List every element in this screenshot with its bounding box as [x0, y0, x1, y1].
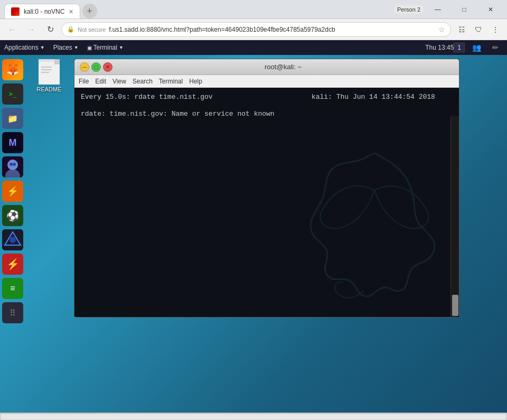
tab-favicon — [11, 7, 20, 16]
chrome-browser: kali:0 - noVNC × + Person 2 — □ ✕ ← → ↻ … — [0, 0, 507, 420]
shield-icon[interactable]: 🛡 — [471, 22, 486, 37]
clock: Thu 13:45 — [425, 44, 454, 51]
sidebar-item-messages[interactable]: ≡ — [2, 278, 23, 299]
terminal-menu-search[interactable]: Search — [133, 78, 153, 85]
terminal-arrow: ▼ — [119, 45, 124, 50]
tab-title: kali:0 - noVNC — [24, 8, 64, 15]
readme-desktop-icon[interactable]: README — [31, 59, 68, 92]
taskbar-menu: Applications ▼ Places ▼ ▣ Terminal ▼ — [4, 44, 425, 51]
terminal-icon-small: ▣ — [87, 45, 92, 51]
places-menu[interactable]: Places ▼ — [53, 44, 79, 51]
url-text: f.us1.sadd.io:8880/vnc.html?path=token=4… — [109, 26, 435, 33]
terminal-minimize-button[interactable]: ─ — [80, 62, 89, 72]
extensions-icon[interactable]: ☷ — [454, 22, 469, 37]
sidebar-item-firefox[interactable]: 🦊 — [2, 59, 23, 80]
svg-point-6 — [10, 237, 16, 243]
applications-label: Applications — [4, 44, 39, 51]
users-icon[interactable]: 👥 — [469, 40, 484, 55]
nav-bar: ← → ↻ 🔒 Not secure f.us1.sadd.io:8880/vn… — [0, 19, 507, 40]
terminal-titlebar: ─ □ × root@kali: ~ — [74, 59, 459, 75]
svg-point-3 — [13, 163, 16, 166]
sidebar-item-files[interactable]: 📁 — [2, 108, 23, 129]
tab-bar: kali:0 - noVNC × + — [4, 0, 390, 18]
sidebar-item-anime[interactable] — [2, 156, 23, 178]
sidebar-item-flash[interactable]: ⚡ — [2, 254, 23, 275]
terminal-menubar: File Edit View Search Terminal Help — [74, 75, 459, 88]
nav-icons: ☷ 🛡 ⋮ — [454, 22, 503, 37]
sidebar-item-globe[interactable]: ⚽ — [2, 205, 23, 226]
title-bar: kali:0 - noVNC × + Person 2 — □ ✕ — [0, 0, 507, 19]
applications-menu[interactable]: Applications ▼ — [4, 44, 45, 51]
not-secure-label: Not secure — [78, 26, 106, 33]
terminal-line-2: rdate: time.nist.gov: Name or service no… — [81, 109, 453, 119]
terminal-line-1: Every 15.0s: rdate time.nist.gov kali: T… — [81, 92, 453, 102]
sidebar-item-grid[interactable]: ⠿ — [2, 302, 23, 323]
terminal-menu-edit[interactable]: Edit — [95, 78, 106, 85]
terminal-menu[interactable]: ▣ Terminal ▼ — [87, 44, 124, 51]
terminal-maximize-button[interactable]: □ — [91, 62, 101, 72]
places-label: Places — [53, 44, 72, 51]
readme-icon-label: README — [36, 86, 61, 92]
bookmark-icon[interactable]: ☆ — [438, 25, 445, 34]
svg-rect-7 — [39, 59, 54, 85]
svg-rect-8 — [39, 59, 54, 62]
svg-point-0 — [7, 160, 18, 170]
terminal-close-button[interactable]: × — [103, 62, 112, 72]
terminal-menu-view[interactable]: View — [112, 78, 126, 85]
terminal-menu-file[interactable]: File — [79, 78, 89, 85]
reload-button[interactable]: ↻ — [42, 22, 58, 38]
terminal-body[interactable]: Every 15.0s: rdate time.nist.gov kali: T… — [74, 88, 459, 317]
terminal-menu-help[interactable]: Help — [189, 78, 202, 85]
workspace-badge[interactable]: 1 — [454, 43, 465, 52]
settings-icon[interactable]: ✏ — [488, 40, 503, 55]
maximize-button[interactable]: □ — [452, 2, 476, 17]
applications-arrow: ▼ — [40, 45, 45, 50]
vnc-content: Applications ▼ Places ▼ ▣ Terminal ▼ Thu… — [0, 40, 507, 420]
terminal-window-controls: ─ □ × — [80, 62, 112, 72]
forward-button[interactable]: → — [23, 22, 39, 38]
horizontal-scrollbar[interactable] — [0, 413, 507, 420]
window-controls: Person 2 — □ ✕ — [394, 2, 503, 17]
terminal-window: ─ □ × root@kali: ~ File Edit View Search… — [74, 59, 459, 318]
menu-icon[interactable]: ⋮ — [488, 22, 503, 37]
sidebar-item-metasploit[interactable]: M — [2, 132, 23, 153]
sidebar-item-burp[interactable]: ⚡ — [2, 181, 23, 202]
terminal-menu-terminal[interactable]: Terminal — [159, 78, 183, 85]
scrollbar-thumb[interactable] — [452, 295, 458, 316]
terminal-scrollbar[interactable] — [450, 116, 459, 317]
sidebar-item-terminal[interactable]: >_ — [2, 83, 23, 105]
desktop-taskbar: Applications ▼ Places ▼ ▣ Terminal ▼ Thu… — [0, 40, 507, 55]
terminal-label: Terminal — [93, 44, 117, 51]
taskbar-right: 1 👥 ✏ — [454, 40, 503, 55]
sidebar-item-exploit[interactable] — [2, 229, 23, 250]
browser-tab[interactable]: kali:0 - noVNC × — [4, 4, 80, 18]
back-button[interactable]: ← — [4, 22, 20, 38]
kali-watermark — [301, 148, 448, 306]
readme-icon-image — [39, 59, 60, 85]
svg-point-2 — [10, 163, 13, 166]
person-badge: Person 2 — [394, 5, 424, 14]
sidebar: 🦊 >_ 📁 M ⚡ ⚽ ⚡ — [0, 55, 25, 420]
places-arrow: ▼ — [74, 45, 79, 50]
security-icon: 🔒 — [67, 26, 74, 33]
address-bar[interactable]: 🔒 Not secure f.us1.sadd.io:8880/vnc.html… — [61, 22, 451, 37]
svg-point-1 — [5, 169, 20, 178]
close-window-button[interactable]: ✕ — [478, 2, 503, 17]
h-scroll-track[interactable] — [1, 414, 506, 419]
terminal-title: root@kali: ~ — [112, 63, 454, 71]
tab-close-button[interactable]: × — [69, 7, 73, 16]
new-tab-button[interactable]: + — [82, 4, 97, 18]
svg-marker-9 — [54, 59, 60, 64]
minimize-button[interactable]: — — [426, 2, 450, 17]
